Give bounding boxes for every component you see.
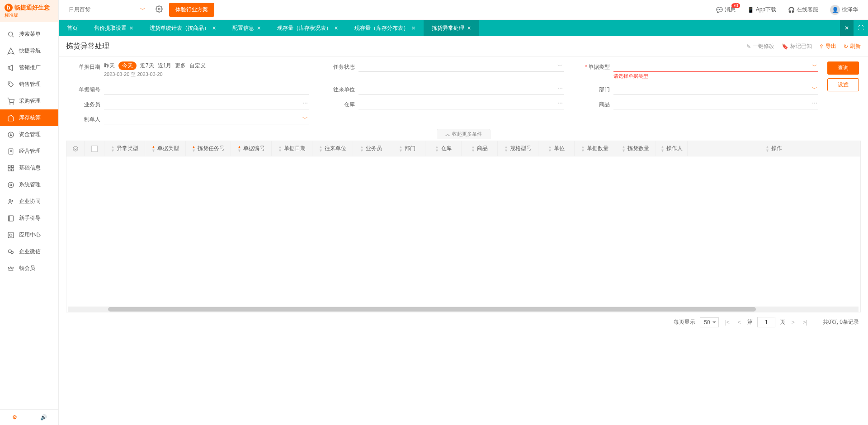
last-page-button[interactable]: >| xyxy=(801,319,809,326)
tab-2[interactable]: 进货单统计表（按商品）✕ xyxy=(142,20,224,36)
more-icon[interactable]: ⋯ xyxy=(557,100,563,106)
close-icon[interactable]: ✕ xyxy=(411,25,415,31)
salesman-input[interactable] xyxy=(104,99,309,109)
sidebar-item-label: 快捷导航 xyxy=(19,47,41,55)
filter-settings-button[interactable]: 设置 xyxy=(827,78,859,91)
column-header[interactable]: ▲▼操作人 xyxy=(656,141,688,156)
sidebar-item-vip[interactable]: 畅会员 xyxy=(0,260,58,277)
column-header[interactable]: ▲▼仓库 xyxy=(425,141,462,156)
first-page-button[interactable]: |< xyxy=(723,319,731,326)
prev-page-button[interactable]: < xyxy=(736,319,743,326)
topbar-settings-button[interactable] xyxy=(154,4,165,16)
filter-bill-no: 单据编号 xyxy=(68,84,309,94)
batch-edit-button[interactable]: ✎ 一键修改 xyxy=(746,42,774,50)
creator-select[interactable] xyxy=(104,114,309,124)
tab-1[interactable]: 售价提取设置✕ xyxy=(86,20,142,36)
experience-plan-button[interactable]: 体验行业方案 xyxy=(169,3,214,17)
messages-button[interactable]: 💬 消息 70 xyxy=(712,6,739,14)
sidebar-collapse-button[interactable]: 🔊 xyxy=(29,410,59,425)
sidebar-item-doc[interactable]: 经营管理 xyxy=(0,143,58,160)
per-page-select[interactable]: 50 xyxy=(700,317,718,327)
date-tag-2[interactable]: 近7天 xyxy=(140,62,154,70)
tab-6[interactable]: 拣货异常处理✕ xyxy=(424,20,479,36)
column-header[interactable]: ▲▼异常类型 xyxy=(104,141,145,156)
tab-4[interactable]: 现存量（库存状况表）✕ xyxy=(269,20,346,36)
app-download-button[interactable]: 📱 App下载 xyxy=(744,6,780,14)
close-icon[interactable]: ✕ xyxy=(212,25,216,31)
column-header[interactable]: ▲▼拣货数量 xyxy=(615,141,656,156)
tab-0[interactable]: 首页 xyxy=(59,20,86,36)
chevron-down-icon[interactable]: ﹀ xyxy=(812,85,817,93)
column-header[interactable]: ▲▼单据日期 xyxy=(272,141,312,156)
more-icon[interactable]: ⋯ xyxy=(812,100,817,106)
task-status-select[interactable] xyxy=(359,61,563,72)
select-all-checkbox[interactable] xyxy=(85,141,104,156)
column-header[interactable]: ▲▼单位 xyxy=(538,141,575,156)
sidebar-item-compass[interactable]: 快捷导航 xyxy=(0,42,58,59)
close-icon[interactable]: ✕ xyxy=(334,25,338,31)
sidebar-item-search[interactable]: 搜索菜单 xyxy=(0,26,58,42)
column-header[interactable]: ▲▼规格型号 xyxy=(498,141,538,156)
collapse-filters-button[interactable]: ︽ 收起更多条件 xyxy=(437,129,491,139)
sidebar-item-wechat[interactable]: 企业微信 xyxy=(0,243,58,260)
warehouse-input[interactable] xyxy=(359,99,563,109)
sidebar-item-tag[interactable]: 销售管理 xyxy=(0,76,58,93)
product-input[interactable] xyxy=(613,99,818,109)
date-tag-1[interactable]: 今天 xyxy=(118,61,137,70)
refresh-button[interactable]: ↻ 刷新 xyxy=(844,42,861,50)
tab-5[interactable]: 现存量（库存分布表）✕ xyxy=(346,20,424,36)
store-selector[interactable]: 日用百货 ﹀ xyxy=(65,4,149,15)
tab-3[interactable]: 配置信息✕ xyxy=(224,20,269,36)
column-header[interactable]: ▲▼操作 xyxy=(688,141,860,156)
close-icon[interactable]: ✕ xyxy=(467,25,471,31)
bookmark-icon: 🔖 xyxy=(782,43,788,50)
bill-no-input[interactable] xyxy=(104,84,309,94)
column-header[interactable]: ▲▼单据类型 xyxy=(145,141,186,156)
dept-select[interactable] xyxy=(613,84,818,94)
close-icon[interactable]: ✕ xyxy=(257,25,261,31)
bill-type-select[interactable] xyxy=(613,61,818,72)
more-icon[interactable]: ⋯ xyxy=(302,100,308,106)
table-settings-button[interactable] xyxy=(66,141,85,156)
page-input[interactable] xyxy=(757,317,775,327)
query-button[interactable]: 查询 xyxy=(827,61,859,75)
date-tag-3[interactable]: 近1月 xyxy=(158,62,172,70)
sidebar-item-megaphone[interactable]: 营销推广 xyxy=(0,59,58,76)
sidebar-item-cart[interactable]: 采购管理 xyxy=(0,93,58,109)
chevron-down-icon[interactable]: ﹀ xyxy=(812,62,817,70)
column-header[interactable]: ▲▼部门 xyxy=(389,141,425,156)
sidebar-item-gear[interactable]: 系统管理 xyxy=(0,176,58,193)
column-header[interactable]: ▲▼业务员 xyxy=(353,141,389,156)
sidebar-item-grid[interactable]: 基础信息 xyxy=(0,160,58,176)
chevron-down-icon[interactable]: ﹀ xyxy=(302,115,308,123)
sidebar-item-app[interactable]: 应用中心 xyxy=(0,227,58,243)
partner-input[interactable] xyxy=(359,84,563,94)
sidebar-item-money[interactable]: 资金管理 xyxy=(0,126,58,143)
column-header[interactable]: ▲▼拣货任务号 xyxy=(186,141,231,156)
column-header[interactable]: ▲▼商品 xyxy=(462,141,498,156)
sidebar-item-team[interactable]: 企业协同 xyxy=(0,193,58,210)
date-tag-0[interactable]: 昨天 xyxy=(104,62,115,70)
next-page-button[interactable]: > xyxy=(790,319,797,326)
chevron-down-icon[interactable]: ﹀ xyxy=(557,62,563,70)
tabs-close-all-button[interactable]: ✕ xyxy=(840,20,854,36)
app-icon xyxy=(7,231,14,239)
sidebar-settings-button[interactable]: ⚙ xyxy=(0,410,29,425)
more-icon[interactable]: ⋯ xyxy=(557,85,563,91)
date-tag-5[interactable]: 自定义 xyxy=(189,62,206,70)
sidebar-item-home[interactable]: 库存核算 xyxy=(0,109,58,126)
filter-partner-label: 往来单位 xyxy=(322,84,355,94)
mark-known-button[interactable]: 🔖 标记已知 xyxy=(782,42,812,50)
horizontal-scrollbar[interactable] xyxy=(68,307,859,312)
column-header[interactable]: ▲▼单据数量 xyxy=(575,141,615,156)
sidebar-item-book[interactable]: 新手引导 xyxy=(0,210,58,227)
column-header[interactable]: ▲▼单据编号 xyxy=(231,141,272,156)
export-button[interactable]: ⇪ 导出 xyxy=(819,42,836,50)
tabs-fullscreen-button[interactable]: ⛶ xyxy=(854,20,868,36)
date-tag-4[interactable]: 更多 xyxy=(175,62,186,70)
close-icon[interactable]: ✕ xyxy=(129,25,133,31)
online-service-button[interactable]: 🎧 在线客服 xyxy=(784,6,822,14)
column-header[interactable]: ▲▼往来单位 xyxy=(312,141,353,156)
headset-icon: 🎧 xyxy=(788,7,795,13)
user-menu[interactable]: 👤 徐泽华 xyxy=(826,5,862,15)
